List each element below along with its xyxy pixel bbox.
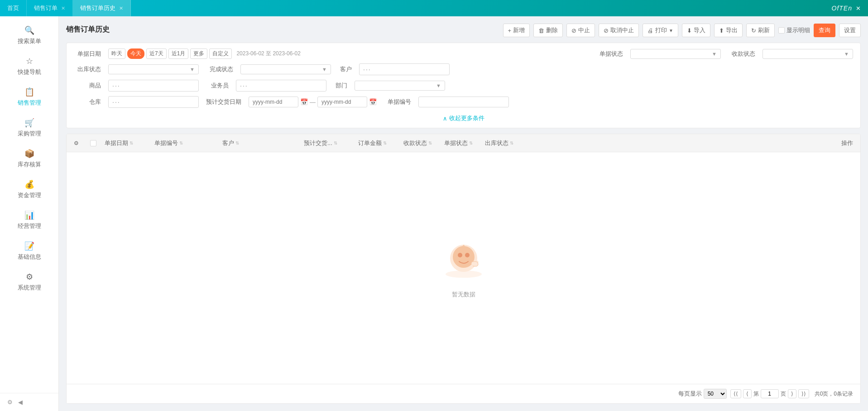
print-label: 打印 — [655, 26, 667, 34]
svg-point-4 — [465, 253, 470, 257]
sidebar-item-sales-mgmt-label: 销售管理 — [18, 99, 41, 107]
collapse-more[interactable]: ∧ 收起更多条件 — [74, 112, 853, 122]
th-delivery[interactable]: 预计交货... ⇅ — [300, 139, 355, 147]
import-button[interactable]: ⬇ 导入 — [682, 24, 710, 37]
btn-more[interactable]: 更多 — [190, 48, 207, 59]
doc-num-input[interactable] — [418, 97, 509, 107]
print-button[interactable]: 🖨 打印 ▼ — [643, 24, 678, 37]
date-separator: — — [310, 99, 316, 106]
next-page-btn[interactable]: ⟩ — [788, 389, 796, 398]
th-out-status[interactable]: 出库状态 ⇅ — [481, 139, 522, 147]
header-checkbox[interactable] — [90, 140, 96, 146]
sidebar-item-quick-nav[interactable]: ☆ 快捷导航 — [0, 51, 58, 82]
page-nav: ⟨⟨ ⟨ 第 页 ⟩ ⟩⟩ 共0页，0条记录 — [730, 389, 853, 398]
th-doc-status[interactable]: 单据状态 ⇅ — [441, 139, 481, 147]
empty-illustration — [436, 238, 491, 283]
sidebar-item-inventory[interactable]: 📦 库存核算 — [0, 143, 58, 174]
tab-sales-order[interactable]: 销售订单 ✕ — [27, 0, 73, 16]
date-field: 昨天 今天 近7天 近1月 更多 自定义 2023-06-02 至 2023-0… — [108, 48, 589, 59]
delivery-date-end[interactable] — [317, 97, 367, 107]
sidebar-item-operations[interactable]: 📊 经营管理 — [0, 205, 58, 236]
export-button[interactable]: ⬆ 导出 — [714, 24, 743, 37]
out-status-select[interactable]: ▼ — [108, 64, 199, 74]
sidebar: 🔍 搜索菜单 ☆ 快捷导航 📋 销售管理 🛒 采购管理 📦 库存核算 💰 资金管… — [0, 16, 59, 411]
filter-row-3: 商品 ··· 业务员 ··· 部门 ▼ — [74, 80, 853, 92]
refresh-button[interactable]: ↻ 刷新 — [746, 24, 775, 37]
th-amount[interactable]: 订单金额 ⇅ — [355, 139, 400, 147]
tab-sales-order-history-close[interactable]: ✕ — [119, 5, 123, 11]
th-docnum-label: 单据编号 — [154, 139, 178, 147]
sidebar-item-finance[interactable]: 💰 资金管理 — [0, 174, 58, 205]
warehouse-select[interactable]: ··· — [108, 96, 199, 108]
goods-select[interactable]: ··· — [108, 80, 199, 92]
sidebar-item-sys-mgmt[interactable]: ⚙ 系统管理 — [0, 266, 58, 297]
btn-today[interactable]: 今天 — [127, 48, 144, 59]
tab-home-label: 首页 — [7, 4, 19, 12]
customer-label: 客户 — [338, 65, 352, 73]
topbar-close-icon[interactable]: ✕ — [856, 5, 861, 12]
page-label-before: 第 — [753, 390, 759, 398]
tab-sales-order-label: 销售订单 — [34, 4, 58, 12]
cancel-stop-icon: ⊘ — [604, 27, 609, 34]
sidebar-settings-icon[interactable]: ⚙ — [7, 399, 13, 406]
pagination: 每页显示 20 50 100 ⟨⟨ ⟨ 第 页 ⟩ ⟩⟩ 共0页，0条记录 — [67, 384, 860, 403]
settings-button[interactable]: 设置 — [839, 24, 861, 37]
sidebar-item-sales-mgmt[interactable]: 📋 销售管理 — [0, 82, 58, 112]
query-button[interactable]: 查询 — [814, 24, 835, 37]
tab-home[interactable]: 首页 — [0, 0, 27, 16]
page-label-after: 页 — [781, 390, 786, 398]
first-page-btn[interactable]: ⟨⟨ — [730, 389, 741, 398]
th-checkbox[interactable] — [86, 140, 101, 146]
total-text: 共0页，0条记录 — [815, 390, 853, 398]
cancel-stop-button[interactable]: ⊘ 取消中止 — [599, 24, 639, 37]
th-customer[interactable]: 客户 ⇅ — [219, 139, 300, 147]
th-gear[interactable]: ⚙ — [70, 140, 86, 146]
tab-sales-order-close[interactable]: ✕ — [61, 5, 65, 11]
dept-select[interactable]: ▼ — [355, 81, 445, 91]
doc-status-select[interactable]: ▼ — [630, 49, 721, 59]
calendar-start-icon[interactable]: 📅 — [300, 98, 308, 106]
th-docnum[interactable]: 单据编号 ⇅ — [151, 139, 219, 147]
base-info-icon: 📝 — [24, 241, 34, 251]
prev-page-btn[interactable]: ⟨ — [743, 389, 752, 398]
add-button[interactable]: + 新增 — [503, 24, 530, 37]
sidebar-item-search-menu[interactable]: 🔍 搜索菜单 — [0, 20, 58, 51]
sidebar-item-base-info[interactable]: 📝 基础信息 — [0, 236, 58, 266]
calendar-end-icon[interactable]: 📅 — [369, 98, 377, 106]
delete-button[interactable]: 🗑 删除 — [533, 24, 563, 37]
receipt-status-select[interactable]: ▼ — [762, 49, 853, 59]
tab-sales-order-history[interactable]: 销售订单历史 ✕ — [73, 0, 131, 16]
empty-text: 暂无数据 — [452, 290, 475, 299]
add-label: 新增 — [513, 26, 525, 34]
th-receipt-status[interactable]: 收款状态 ⇅ — [400, 139, 441, 147]
btn-last1m[interactable]: 近1月 — [168, 48, 189, 59]
dept-label: 部门 — [334, 82, 347, 90]
th-date[interactable]: 单据日期 ⇅ — [101, 139, 151, 147]
salesperson-label: 业务员 — [206, 82, 229, 90]
customer-select[interactable]: ··· — [359, 63, 450, 75]
delivery-date-start[interactable] — [249, 97, 298, 107]
salesperson-select[interactable]: ··· — [236, 80, 326, 92]
th-amount-label: 订单金额 — [358, 139, 382, 147]
page-size-dropdown[interactable]: 20 50 100 — [704, 389, 727, 399]
last-page-btn[interactable]: ⟩⟩ — [798, 389, 809, 398]
page-number-input[interactable] — [761, 389, 779, 398]
import-icon: ⬇ — [687, 27, 692, 34]
stop-button[interactable]: ⊘ 中止 — [566, 24, 595, 37]
complete-status-select[interactable]: ▼ — [240, 64, 331, 74]
sort-customer-icon: ⇅ — [235, 140, 239, 145]
btn-last7[interactable]: 近7天 — [146, 48, 167, 59]
sidebar-collapse-icon[interactable]: ◀ — [18, 399, 23, 406]
show-detail-wrap: 显示明细 — [778, 26, 810, 34]
doc-status-label: 单据状态 — [596, 50, 623, 58]
btn-custom[interactable]: 自定义 — [209, 48, 232, 59]
finance-icon: 💰 — [24, 179, 34, 189]
sidebar-item-purchase-mgmt[interactable]: 🛒 采购管理 — [0, 112, 58, 143]
page-header: 销售订单历史 + 新增 🗑 删除 ⊘ 中止 ⊘ 取消中止 — [66, 24, 861, 37]
btn-yesterday[interactable]: 昨天 — [108, 48, 125, 59]
print-arrow-icon: ▼ — [669, 28, 673, 33]
table-header: ⚙ 单据日期 ⇅ 单据编号 ⇅ 客户 ⇅ 预计交货... — [67, 134, 860, 152]
refresh-label: 刷新 — [758, 26, 770, 34]
show-detail-checkbox[interactable] — [778, 27, 785, 34]
sort-doc-status-icon: ⇅ — [469, 140, 473, 145]
